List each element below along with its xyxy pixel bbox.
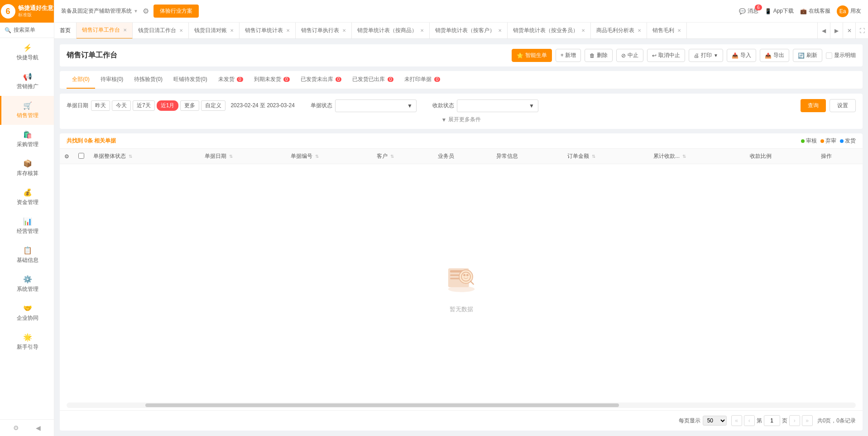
enterprise-icon: 🤝 [23,304,32,313]
tab-sales-order-close[interactable]: ✕ [123,28,127,33]
page-number-input[interactable] [764,415,780,426]
tab-sales-stat-product[interactable]: 销货单统计表（按商品） ✕ [352,23,430,39]
tab-margin-close[interactable]: ✕ [638,28,641,33]
filter-tab-shipped-not-out[interactable]: 已发货未出库 0 [295,71,347,89]
first-page-btn[interactable]: « [731,415,742,426]
sidebar-item-basic[interactable]: 📋 基础信息 [0,241,54,270]
status-select[interactable]: ▼ [335,100,417,112]
tab-prev-btn[interactable]: ◀ [817,23,830,39]
tab-home[interactable]: 首页 [54,23,77,39]
th-checkbox [74,149,89,164]
tab-margin-analysis[interactable]: 商品毛利分析表 ✕ [591,23,647,39]
scroll-thumb[interactable] [145,403,619,407]
approve-btn[interactable]: 审核 [801,137,817,145]
th-date[interactable]: 单据日期 ⇅ [200,149,286,164]
filter-tab-all[interactable]: 全部(0) [67,71,95,89]
date-1month-btn[interactable]: 近1月 [157,100,179,111]
page-size-select[interactable]: 10 20 50 100 [703,416,727,426]
tab-sales-stat[interactable]: 销售订单统计表 ✕ [240,23,296,39]
sidebar-item-operations[interactable]: 📊 经营管理 [0,212,54,241]
sidebar-item-inventory[interactable]: 📦 库存核算 [0,154,54,183]
tab-close-all-btn[interactable]: ✕ [843,23,855,39]
filter-tab-pending[interactable]: 待审核(0) [95,71,129,89]
date-7days-btn[interactable]: 近7天 [133,100,155,111]
expand-conditions-btn[interactable]: ▼ 展开更多条件 [441,116,481,123]
tab-cash-account-label: 钱货日清对账 [194,27,227,34]
tab-cash-daily-close[interactable]: ✕ [179,28,183,33]
date-yesterday-btn[interactable]: 昨天 [91,100,110,111]
smart-create-button[interactable]: ⭐ 智能生单 [512,49,552,62]
filter-tab-overdue[interactable]: 到期未发货 0 [249,71,295,89]
search-menu[interactable]: 🔍 搜索菜单 [0,23,54,38]
tab-sales-stat-staff[interactable]: 销货单统计表（按业务员） ✕ [508,23,591,39]
prev-page-btn[interactable]: ‹ [744,415,755,426]
last-page-btn[interactable]: » [802,415,813,426]
sidebar-collapse-btn[interactable]: ◀ [36,424,41,431]
sidebar-item-guide[interactable]: 🌟 新手引导 [0,327,54,356]
user-area[interactable]: Ea 用友 [837,5,861,17]
settings-button[interactable]: 设置 [830,99,856,112]
tab-sales-stat-close[interactable]: ✕ [286,28,290,33]
print-button[interactable]: 🖨 打印 ▼ [689,49,723,62]
tab-sales-stat-staff-close[interactable]: ✕ [581,28,585,33]
filter-tab-wangpu[interactable]: 旺铺待发货(0) [168,71,213,89]
delete-button[interactable]: 🗑 删除 [585,49,613,62]
tab-cash-daily[interactable]: 钱货日清工作台 ✕ [133,23,189,39]
sidebar-item-system[interactable]: ⚙️ 系统管理 [0,270,54,299]
filter-tab-pending-inspect[interactable]: 待拣验货(0) [129,71,168,89]
date-more-btn[interactable]: 更多 [180,100,199,111]
horizontal-scrollbar[interactable] [67,403,856,408]
system-title[interactable]: 装备及固定资产辅助管理系统 ▼ [61,7,138,15]
add-button[interactable]: + 新增 [556,49,581,62]
sidebar-item-purchase[interactable]: 🛍️ 采购管理 [0,125,54,154]
import-button[interactable]: 📥 导入 [727,49,756,62]
tab-sales-stat-customer[interactable]: 销货单统计表（按客户） ✕ [430,23,508,39]
th-amount[interactable]: 订单金额 ⇅ [563,149,649,164]
tab-sales-stat-customer-close[interactable]: ✕ [498,28,502,33]
show-detail-checkbox[interactable] [826,52,832,59]
export-button[interactable]: 📤 导出 [760,49,789,62]
payment-select[interactable]: ▼ [457,100,538,112]
date-custom-btn[interactable]: 自定义 [201,100,225,111]
tab-sales-profit-close[interactable]: ✕ [677,28,681,33]
solution-button[interactable]: 体验行业方案 [153,5,199,18]
tab-cash-account[interactable]: 钱货日清对账 ✕ [189,23,240,39]
stop-button[interactable]: ⊘ 中止 [616,49,643,62]
tab-cash-account-close[interactable]: ✕ [230,28,234,33]
filter-tab-not-shipped[interactable]: 未发货 0 [213,71,249,89]
message-btn[interactable]: 💬 消息 6 [739,7,758,15]
th-number[interactable]: 单据编号 ⇅ [286,149,372,164]
tab-sales-order[interactable]: 销售订单工作台 ✕ [77,23,133,39]
tab-sales-profit[interactable]: 销售毛利 ✕ [647,23,687,39]
th-collected[interactable]: 累计收款... ⇅ [649,149,745,164]
app-download-btn[interactable]: 📱 App下载 [765,7,794,15]
sidebar-item-quick-nav[interactable]: ⚡ 快捷导航 [0,38,54,67]
filter-tab-shipped-out[interactable]: 已发货已出库 0 [347,71,399,89]
filter-tab-not-printed[interactable]: 未打印单据 0 [399,71,446,89]
th-customer[interactable]: 客户 ⇅ [372,149,433,164]
sidebar-item-finance[interactable]: 💰 资金管理 [0,183,54,212]
date-today-btn[interactable]: 今天 [112,100,131,111]
online-service-btn[interactable]: 💼 在线客服 [800,7,830,15]
th-staff: 业务员 [433,149,492,164]
tab-fullscreen-btn[interactable]: ⛶ [855,23,868,39]
next-page-btn[interactable]: › [789,415,800,426]
refresh-button[interactable]: 🔄 刷新 [793,49,822,62]
topbar-gear-icon[interactable]: ⚙ [143,7,149,15]
ship-btn[interactable]: 发货 [840,137,856,145]
cancel-stop-button[interactable]: ↩ 取消中止 [647,49,685,62]
select-all-checkbox[interactable] [78,153,84,159]
sidebar-item-enterprise[interactable]: 🤝 企业协同 [0,299,54,327]
th-status[interactable]: 单据整体状态 ⇅ [89,149,200,164]
tab-next-btn[interactable]: ▶ [830,23,843,39]
settings-icon[interactable]: ⚙ [64,153,69,160]
tab-sales-stat-product-close[interactable]: ✕ [420,28,424,33]
revoke-btn[interactable]: 弃审 [820,137,836,145]
tab-sales-exec-close[interactable]: ✕ [342,28,346,33]
query-button[interactable]: 查询 [801,99,826,112]
sidebar-item-marketing[interactable]: 📢 营销推广 [0,67,54,96]
sidebar-item-sales[interactable]: 🛒 销售管理 [0,96,54,125]
tab-sales-exec[interactable]: 销售订单执行表 ✕ [296,23,352,39]
batch-buttons: 审核 弃审 发货 [801,137,856,145]
sidebar-settings-btn[interactable]: ⚙ [13,424,19,431]
